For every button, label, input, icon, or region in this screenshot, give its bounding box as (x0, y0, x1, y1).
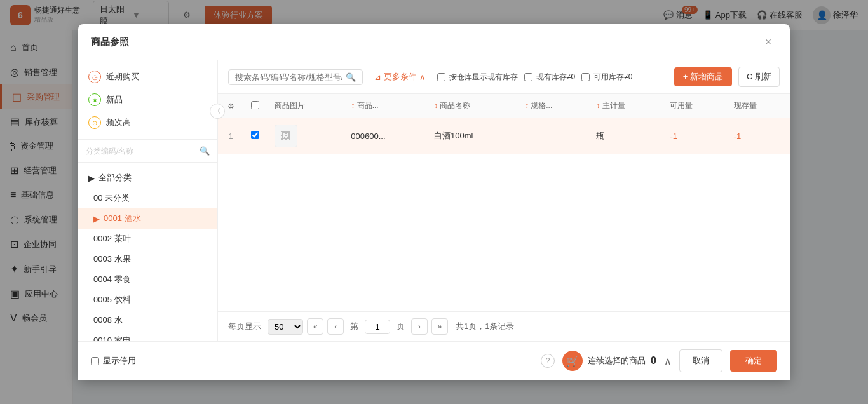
category-0002[interactable]: 0002 茶叶 (78, 229, 217, 249)
recent-icon: ◷ (88, 71, 101, 83)
pagination-bar: 每页显示 20 50 100 « ‹ 第 页 › (218, 311, 790, 341)
col-unit[interactable]: ↕ 主计量 (588, 94, 662, 118)
col-name[interactable]: ↕ 商品名称 (426, 94, 517, 118)
category-0001-label: 0001 酒水 (104, 213, 141, 224)
modal-close-button[interactable]: × (759, 33, 777, 51)
content-area: 商品参照 × ◷ 近期购买 ★ (73, 30, 868, 404)
cell-checkbox[interactable] (243, 118, 267, 154)
cancel-button[interactable]: 取消 (679, 349, 722, 372)
collapse-panel-button[interactable]: 《 (210, 104, 225, 119)
filter-icon: ⊿ (374, 72, 381, 82)
refresh-button[interactable]: C 刷新 (738, 67, 780, 87)
modal-body: ◷ 近期购买 ★ 新品 ⊙ 频次高 (78, 60, 790, 341)
prev-page-button[interactable]: ‹ (327, 318, 344, 335)
cell-code: 000600... (343, 118, 426, 154)
select-all-checkbox[interactable] (251, 101, 259, 109)
category-0003-label: 0003 水果 (93, 253, 131, 265)
col-code[interactable]: ↕ 商品... (343, 94, 426, 118)
footer-left: 显示停用 (91, 355, 136, 367)
checkbox-warehouse-group: 按仓库显示现有库存 (437, 72, 518, 83)
category-0005[interactable]: 0005 饮料 (78, 290, 217, 310)
product-search-input[interactable] (235, 72, 342, 82)
toolbar: 🔍 ⊿ 更多条件 ∧ 按仓库显示现有库存 (218, 60, 790, 94)
category-0010[interactable]: 0010 家电 (78, 330, 217, 341)
checkbox-available-label: 现有库存≠0 (536, 72, 575, 83)
nav-label-new: 新品 (106, 94, 123, 105)
col-name-sort-icon: ↕ (434, 101, 438, 110)
col-checkbox (243, 94, 267, 118)
category-00-label: 00 未分类 (93, 192, 130, 204)
image-placeholder-icon: 🖼 (281, 130, 291, 142)
cell-image: 🖼 (267, 118, 343, 154)
modal-header: 商品参照 × (78, 24, 790, 60)
cell-unit: 瓶 (588, 118, 662, 154)
cell-available: -1 (662, 118, 726, 154)
modal-title: 商品参照 (91, 36, 129, 48)
col-image: 商品图片 (267, 94, 343, 118)
cell-num: 1 (218, 118, 243, 154)
checkbox-warehouse[interactable] (437, 73, 445, 81)
cart-area: 🛒 连续选择的商品 0 (562, 351, 656, 371)
page-size-select[interactable]: 20 50 100 (268, 319, 303, 335)
cart-count: 0 (651, 355, 656, 367)
col-code-sort-icon: ↕ (351, 101, 355, 110)
checkbox-usable-group: 可用库存≠0 (581, 72, 632, 83)
checkbox-available[interactable] (524, 73, 532, 81)
category-search-area: 🔍 (78, 140, 217, 163)
nav-label-recent: 近期购买 (106, 71, 139, 83)
category-0001[interactable]: ▶ 0001 酒水 (78, 208, 217, 229)
current-page-input[interactable] (365, 320, 390, 334)
category-0003[interactable]: 0003 水果 (78, 249, 217, 269)
table-header-row: ⚙ 商品图片 ↕ 商品... (218, 94, 790, 118)
table-row[interactable]: 1 🖼 (218, 118, 790, 154)
first-page-button[interactable]: « (307, 318, 323, 335)
next-page-button[interactable]: › (411, 318, 428, 335)
category-0002-label: 0002 茶叶 (93, 233, 131, 245)
category-0004[interactable]: 0004 零食 (78, 269, 217, 290)
filter-button[interactable]: ⊿ 更多条件 ∧ (369, 69, 431, 85)
checkbox-usable-label: 可用库存≠0 (593, 72, 632, 83)
col-spec-sort-icon: ↕ (525, 101, 529, 110)
nav-item-new[interactable]: ★ 新品 (78, 88, 217, 111)
category-all[interactable]: ▶ 全部分类 (78, 168, 217, 188)
collapse-up-icon[interactable]: ∧ (664, 355, 672, 367)
col-unit-sort-icon: ↕ (596, 101, 600, 110)
category-0005-label: 0005 饮料 (93, 294, 131, 306)
col-spec[interactable]: ↕ 规格... (517, 94, 589, 118)
row-checkbox[interactable] (251, 131, 259, 139)
left-panel: ◷ 近期购买 ★ 新品 ⊙ 频次高 (78, 60, 218, 341)
checkbox-warehouse-label: 按仓库显示现有库存 (449, 72, 518, 83)
right-panel: 🔍 ⊿ 更多条件 ∧ 按仓库显示现有库存 (218, 60, 790, 341)
frequent-icon: ⊙ (88, 116, 101, 129)
page-total-info: 共1页，1条记录 (456, 321, 514, 332)
category-search-input[interactable] (86, 147, 194, 156)
add-product-button[interactable]: + 新增商品 (674, 67, 732, 86)
new-icon: ★ (88, 93, 101, 106)
checkbox-usable[interactable] (581, 73, 590, 81)
checkbox-available-group: 现有库存≠0 (524, 72, 575, 83)
confirm-button[interactable]: 确定 (730, 350, 777, 372)
nav-item-recent[interactable]: ◷ 近期购买 (78, 65, 217, 88)
show-disabled-checkbox-group: 显示停用 (91, 355, 136, 367)
col-stock: 现存量 (726, 94, 790, 118)
nav-item-frequent[interactable]: ⊙ 频次高 (78, 111, 217, 134)
last-page-button[interactable]: » (431, 318, 448, 335)
filter-label: 更多条件 (384, 71, 417, 83)
show-disabled-label: 显示停用 (103, 355, 136, 367)
help-icon[interactable]: ? (541, 354, 555, 368)
category-0008[interactable]: 0008 水 (78, 310, 217, 330)
product-search-box[interactable]: 🔍 (228, 69, 363, 85)
product-reference-modal: 商品参照 × ◷ 近期购买 ★ (78, 24, 790, 380)
page-label-prefix: 第 (350, 321, 358, 332)
col-available: 可用量 (662, 94, 726, 118)
category-all-arrow: ▶ (88, 173, 95, 183)
category-0010-label: 0010 家电 (93, 335, 131, 341)
category-00[interactable]: 00 未分类 (78, 188, 217, 208)
category-search-icon[interactable]: 🔍 (200, 146, 210, 156)
cell-name: 白酒100ml (426, 118, 517, 154)
modal-overlay: 商品参照 × ◷ 近期购买 ★ (0, 0, 868, 404)
footer-right: ? 🛒 连续选择的商品 0 ∧ 取消 确定 (541, 349, 777, 372)
show-disabled-checkbox[interactable] (91, 357, 99, 365)
nav-label-frequent: 频次高 (106, 117, 131, 128)
filter-arrow-icon: ∧ (419, 72, 426, 82)
